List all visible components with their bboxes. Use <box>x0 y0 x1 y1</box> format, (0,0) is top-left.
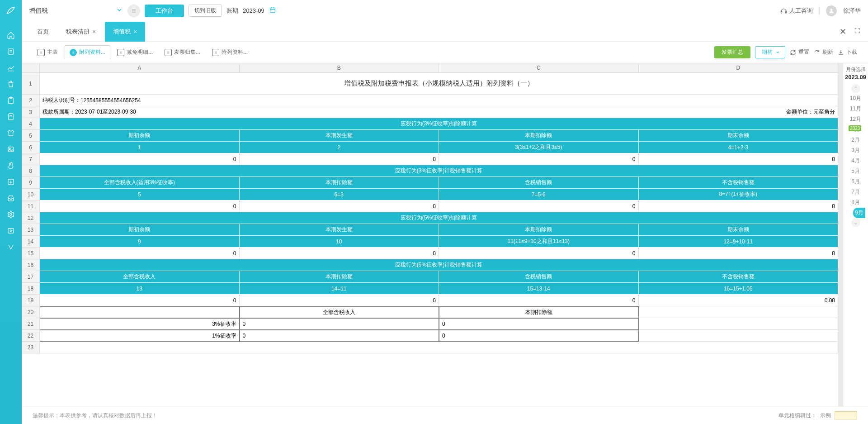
col-subheader: 期末余额 <box>639 224 839 236</box>
col-subheader: 4=1+2-3 <box>639 142 839 153</box>
extra-value[interactable]: 0 <box>240 330 439 342</box>
extra-value[interactable]: 0 <box>439 318 639 330</box>
context-dropdown-icon[interactable] <box>116 6 123 15</box>
switch-old-button[interactable]: 切到旧版 <box>189 5 222 17</box>
month-item[interactable]: 4月 <box>849 156 862 166</box>
tab-vat[interactable]: 增值税× <box>105 22 145 42</box>
nav-chart-icon[interactable] <box>0 60 22 76</box>
month-item[interactable]: 5月 <box>849 166 862 176</box>
extra-value[interactable]: 0 <box>439 330 639 342</box>
period-value: 2023-09 <box>243 7 264 14</box>
tab-home[interactable]: 首页 <box>29 22 57 42</box>
svg-rect-19 <box>270 8 275 13</box>
month-item[interactable]: 3月 <box>849 145 862 156</box>
data-cell[interactable]: 0 <box>439 153 639 165</box>
nav-home-icon[interactable] <box>0 27 22 43</box>
month-up-icon[interactable]: ⌃ <box>851 84 860 93</box>
col-subheader: 全部含税收入 <box>40 271 240 283</box>
row-number: 17 <box>22 271 40 283</box>
data-cell[interactable]: 0 <box>40 295 240 306</box>
data-cell[interactable]: 0.00 <box>639 295 839 306</box>
data-cell[interactable]: 0 <box>439 200 639 212</box>
nav-clipboard-icon[interactable] <box>0 92 22 109</box>
subtab-invoice[interactable]: ≡发票归集... <box>160 45 205 59</box>
month-item[interactable]: 10月 <box>849 93 862 104</box>
footer-bar: 温馨提示：本表供参考，请认真核对数据后再上报！ 单元格编辑过： 示例 <box>22 406 868 424</box>
month-item[interactable]: 8月 <box>849 197 862 208</box>
col-subheader: 16=15÷1.05 <box>639 283 839 295</box>
data-cell[interactable]: 0 <box>240 295 439 306</box>
doc-icon: ≡ <box>212 49 219 56</box>
month-item[interactable]: 2月 <box>849 135 862 145</box>
row-number: 7 <box>22 153 40 165</box>
svg-point-13 <box>10 214 12 216</box>
close-icon[interactable]: × <box>133 28 137 35</box>
row-number: 11 <box>22 200 40 212</box>
month-item[interactable]: 11月 <box>849 104 862 114</box>
row-number: 10 <box>22 189 40 200</box>
data-cell[interactable]: 0 <box>40 248 240 259</box>
month-item[interactable]: 1月2023 <box>849 124 862 135</box>
nav-hand-icon[interactable] <box>0 157 22 174</box>
data-cell[interactable]: 0 <box>639 200 839 212</box>
nav-v-icon[interactable] <box>0 239 22 255</box>
data-cell[interactable]: 0 <box>639 248 839 259</box>
user-avatar-icon[interactable] <box>826 5 837 16</box>
month-item[interactable]: 6月 <box>849 176 862 187</box>
month-panel: 月份选择 2023.09 ⌃ 10月11月12月1月20232月3月4月5月6月… <box>843 63 868 406</box>
reset-button[interactable]: 重置 <box>790 48 809 56</box>
circle-list-icon[interactable] <box>127 5 140 17</box>
nav-play-icon[interactable] <box>0 223 22 239</box>
subtab-attach2[interactable]: ≡附列资料... <box>207 45 253 59</box>
row-number: 22 <box>22 330 40 342</box>
data-cell[interactable]: 0 <box>639 153 839 165</box>
subtab-main[interactable]: ≡主表 <box>33 45 63 59</box>
extra-value[interactable]: 0 <box>240 318 439 330</box>
support-link[interactable]: 人工咨询 <box>780 7 813 15</box>
data-cell[interactable]: 0 <box>40 200 240 212</box>
extra-header: 全部含税收入 <box>240 306 439 318</box>
month-item[interactable]: 12月 <box>849 114 862 124</box>
subtab-exempt[interactable]: ≡减免明细... <box>112 45 158 59</box>
tab-tax-list[interactable]: 税表清册× <box>58 22 104 42</box>
subtab-attach1[interactable]: ≡附列资料... <box>65 45 110 59</box>
nav-image-icon[interactable] <box>0 141 22 157</box>
close-panel-icon[interactable]: ✕ <box>840 27 846 37</box>
fullscreen-icon[interactable] <box>854 27 861 36</box>
refresh-button[interactable]: 刷新 <box>814 48 833 56</box>
col-subheader: 15=13-14 <box>439 283 639 295</box>
nav-shirt-icon[interactable] <box>0 125 22 141</box>
empty-cell <box>639 330 839 342</box>
nav-inbox-icon[interactable] <box>0 190 22 206</box>
empty-cell <box>639 306 839 318</box>
data-cell[interactable]: 0 <box>240 200 439 212</box>
username[interactable]: 徐泽华 <box>843 7 861 15</box>
col-subheader: 3(3≤1+2之和且3≤5) <box>439 142 639 153</box>
nav-bag-icon[interactable] <box>0 76 22 92</box>
month-item[interactable]: 9月 <box>853 208 865 218</box>
calendar-icon[interactable] <box>269 6 276 15</box>
data-cell[interactable]: 0 <box>240 248 439 259</box>
legend-color-box <box>835 411 857 419</box>
nav-settings-icon[interactable] <box>0 206 22 223</box>
data-cell[interactable]: 0 <box>439 248 639 259</box>
row-number: 14 <box>22 236 40 248</box>
download-button[interactable]: 下载 <box>838 48 857 56</box>
data-cell[interactable]: 0 <box>439 295 639 306</box>
month-item[interactable]: 7月 <box>849 187 862 197</box>
workbench-button[interactable]: 工作台 <box>145 5 184 17</box>
data-cell[interactable]: 0 <box>40 153 240 165</box>
close-icon[interactable]: × <box>92 28 96 35</box>
row-number: 4 <box>22 118 40 130</box>
extra-blank <box>40 306 240 318</box>
data-cell[interactable]: 0 <box>240 153 439 165</box>
period-start-button[interactable]: 期初 <box>755 46 785 58</box>
nav-calc-icon[interactable] <box>0 109 22 125</box>
nav-export-icon[interactable] <box>0 174 22 190</box>
extra-label: 1%征收率 <box>40 330 240 342</box>
row-number: 5 <box>22 130 40 142</box>
spreadsheet[interactable]: ABCD1增值税及附加税费申报表（小规模纳税人适用）附列资料（一）2纳税人识别号… <box>22 63 838 406</box>
month-down-icon[interactable]: ⌄ <box>851 218 860 227</box>
nav-book-icon[interactable] <box>0 43 22 60</box>
invoice-summary-button[interactable]: 发票汇总 <box>714 46 750 58</box>
